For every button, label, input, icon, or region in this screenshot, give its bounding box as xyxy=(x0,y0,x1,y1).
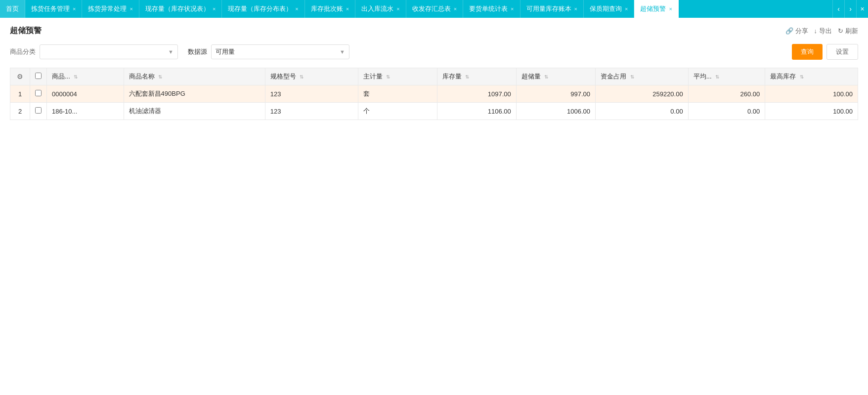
sort-icon: ⇅ xyxy=(74,74,78,79)
row-checkbox-cell[interactable] xyxy=(30,85,47,103)
row-stock: 1106.00 xyxy=(437,103,516,120)
close-icon[interactable]: × xyxy=(346,6,349,12)
row-index: 1 xyxy=(10,85,30,103)
row-product-name: 六配套新昌490BPG xyxy=(124,85,265,103)
nav-expiry-query[interactable]: 保质期查询 × xyxy=(584,0,634,18)
sort-icon: ⇅ xyxy=(158,74,162,79)
close-icon[interactable]: × xyxy=(669,6,672,12)
close-icon[interactable]: × xyxy=(625,6,628,12)
page-title: 超储预警 xyxy=(10,26,42,36)
sort-icon: ⇅ xyxy=(386,74,390,79)
nav-pick-task[interactable]: 拣货任务管理 × xyxy=(25,0,82,18)
nav-stock-status[interactable]: 现存量（库存状况表） × xyxy=(139,0,222,18)
row-over-stock: 1006.00 xyxy=(516,103,595,120)
sort-icon: ⇅ xyxy=(715,74,719,79)
nav-inout-flow[interactable]: 出入库流水 × xyxy=(355,0,406,18)
sort-icon: ⇅ xyxy=(544,74,548,79)
nav-home[interactable]: 首页 xyxy=(0,0,25,18)
close-icon[interactable]: × xyxy=(295,6,298,12)
chevron-down-icon: ▼ xyxy=(168,49,174,55)
datasource-value: 可用量 xyxy=(216,47,235,56)
category-select[interactable]: ▼ xyxy=(40,44,178,59)
page-header: 超储预警 🔗 分享 ↓ 导出 ↻ 刷新 xyxy=(10,26,858,36)
row-avg: 260.00 xyxy=(688,85,765,103)
category-label: 商品分类 xyxy=(10,47,36,56)
nav-order-stats[interactable]: 要货单统计表 × xyxy=(463,0,520,18)
datasource-label: 数据源 xyxy=(188,47,207,56)
nav-batch-account[interactable]: 库存批次账 × xyxy=(305,0,355,18)
sort-icon: ⇅ xyxy=(630,74,634,79)
row-checkbox-cell[interactable] xyxy=(30,103,47,120)
th-checkbox[interactable] xyxy=(30,68,47,85)
row-product-code: 0000004 xyxy=(47,85,124,103)
table-header-row: ⚙ 商品... ⇅ 商品名称 ⇅ 规格型号 ⇅ 主计量 xyxy=(10,68,858,85)
row-product-code: 186-10... xyxy=(47,103,124,120)
export-button[interactable]: ↓ 导出 xyxy=(814,27,832,36)
th-avg[interactable]: 平均... ⇅ xyxy=(688,68,765,85)
header-actions: 🔗 分享 ↓ 导出 ↻ 刷新 xyxy=(785,27,859,36)
row-max-stock: 100.00 xyxy=(765,85,858,103)
query-button[interactable]: 查询 xyxy=(792,44,823,60)
nav-arrow-group: ‹ › × xyxy=(832,0,868,18)
export-icon: ↓ xyxy=(814,27,818,35)
nav-pick-exception[interactable]: 拣货异常处理 × xyxy=(82,0,139,18)
nav-left-arrow[interactable]: ‹ xyxy=(832,0,844,18)
close-icon[interactable]: × xyxy=(454,6,457,12)
data-table: ⚙ 商品... ⇅ 商品名称 ⇅ 规格型号 ⇅ 主计量 xyxy=(10,68,858,120)
row-max-stock: 100.00 xyxy=(765,103,858,120)
top-navigation: 首页 拣货任务管理 × 拣货异常处理 × 现存量（库存状况表） × 现存量（库存… xyxy=(0,0,868,18)
nav-collect-summary[interactable]: 收发存汇总表 × xyxy=(406,0,463,18)
nav-close-arrow[interactable]: × xyxy=(856,0,868,18)
gear-icon: ⚙ xyxy=(17,73,23,80)
close-icon[interactable]: × xyxy=(511,6,514,12)
filter-buttons: 查询 设置 xyxy=(792,44,858,60)
table-row: 2 186-10... 机油滤清器 123 个 1106.00 1006.00 … xyxy=(10,103,858,120)
th-unit[interactable]: 主计量 ⇅ xyxy=(358,68,437,85)
close-icon[interactable]: × xyxy=(574,6,577,12)
row-checkbox[interactable] xyxy=(35,90,42,96)
row-index: 2 xyxy=(10,103,30,120)
row-unit: 套 xyxy=(358,85,437,103)
th-capital[interactable]: 资金占用 ⇅ xyxy=(595,68,688,85)
sort-icon: ⇅ xyxy=(800,74,804,79)
nav-available-ledger[interactable]: 可用量库存账本 × xyxy=(521,0,584,18)
set-button[interactable]: 设置 xyxy=(826,44,858,60)
chevron-down-icon: ▼ xyxy=(340,49,345,55)
th-spec[interactable]: 规格型号 ⇅ xyxy=(265,68,358,85)
close-icon[interactable]: × xyxy=(396,6,399,12)
nav-right-arrow[interactable]: › xyxy=(844,0,856,18)
row-over-stock: 997.00 xyxy=(516,85,595,103)
th-stock[interactable]: 库存量 ⇅ xyxy=(437,68,516,85)
share-icon: 🔗 xyxy=(785,27,793,35)
datasource-filter: 数据源 可用量 ▼ xyxy=(188,44,349,59)
th-over-stock[interactable]: 超储量 ⇅ xyxy=(516,68,595,85)
sort-icon: ⇅ xyxy=(300,74,304,79)
row-avg: 0.00 xyxy=(688,103,765,120)
row-spec: 123 xyxy=(265,85,358,103)
table-row: 1 0000004 六配套新昌490BPG 123 套 1097.00 997.… xyxy=(10,85,858,103)
filter-row: 商品分类 ▼ 数据源 可用量 ▼ 查询 设置 xyxy=(10,44,858,60)
sort-icon: ⇅ xyxy=(465,74,469,79)
select-all-checkbox[interactable] xyxy=(35,73,42,79)
row-capital: 259220.00 xyxy=(595,85,688,103)
close-icon[interactable]: × xyxy=(130,6,132,12)
refresh-icon: ↻ xyxy=(838,27,843,35)
refresh-button[interactable]: ↻ 刷新 xyxy=(838,27,858,36)
row-product-name: 机油滤清器 xyxy=(124,103,265,120)
close-icon[interactable]: × xyxy=(73,6,76,12)
th-max-stock[interactable]: 最高库存 ⇅ xyxy=(765,68,858,85)
datasource-select[interactable]: 可用量 ▼ xyxy=(211,44,349,59)
th-gear[interactable]: ⚙ xyxy=(10,68,30,85)
nav-stock-dist[interactable]: 现存量（库存分布表） × xyxy=(222,0,304,18)
close-icon[interactable]: × xyxy=(213,6,216,12)
th-product-code[interactable]: 商品... ⇅ xyxy=(47,68,124,85)
page-content: 超储预警 🔗 分享 ↓ 导出 ↻ 刷新 商品分类 ▼ 数据源 xyxy=(0,18,868,395)
row-stock: 1097.00 xyxy=(437,85,516,103)
row-capital: 0.00 xyxy=(595,103,688,120)
th-product-name[interactable]: 商品名称 ⇅ xyxy=(124,68,265,85)
row-checkbox[interactable] xyxy=(35,107,42,114)
category-filter: 商品分类 ▼ xyxy=(10,44,178,59)
row-spec: 123 xyxy=(265,103,358,120)
nav-overstock-warning[interactable]: 超储预警 × xyxy=(634,0,678,18)
share-button[interactable]: 🔗 分享 xyxy=(785,27,808,36)
